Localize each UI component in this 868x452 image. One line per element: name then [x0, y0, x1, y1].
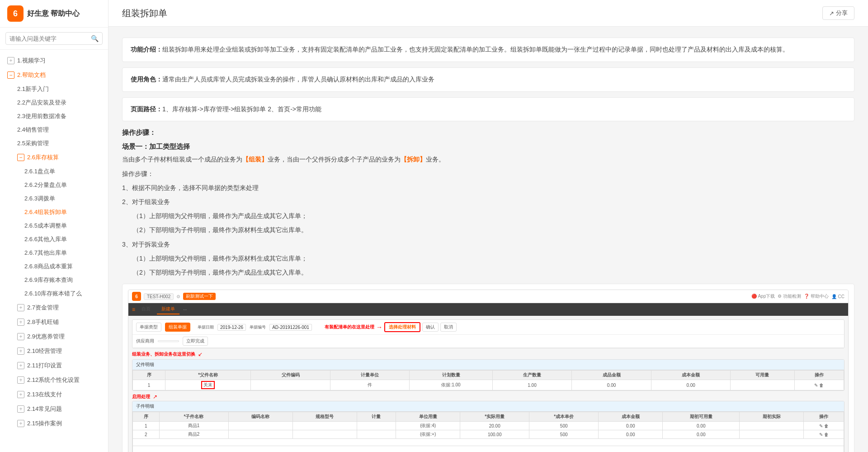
share-button[interactable]: ↗ 分享 [822, 6, 854, 20]
sidebar-item-2-1[interactable]: 2.1新手入门 [17, 82, 108, 96]
table-row [133, 446, 844, 452]
sim-date-value: 2019-12-26 [217, 324, 246, 331]
sim-bot-col-initavail: 期初可用量 [663, 412, 740, 422]
sidebar-item-2-6-10[interactable]: 2.6.10库存账本错了么 [24, 287, 108, 300]
expand-icon-2: − [7, 71, 14, 79]
sim-bot-r0-unitcost: 500 [529, 422, 599, 430]
sim-top-row0-name: 关末 [165, 380, 251, 390]
sim-annotation3-row: 启用处理 ↗ [132, 394, 844, 400]
sidebar-item-2-6-9[interactable]: 2.6.9库存账本查询 [24, 273, 108, 287]
sim-supplier-input [158, 340, 179, 342]
sim-bottom-table-title: 子件明细 [136, 403, 154, 409]
sidebar-item-2-3[interactable]: 2.3使用前数据准备 [17, 109, 108, 123]
sim-processing-btn: 选择处理材料 [384, 322, 420, 332]
sidebar-item-2-6-4[interactable]: 2.6.4组装拆卸单 [24, 205, 108, 219]
sidebar-item-2-6-5[interactable]: 2.6.5成本调整单 [24, 219, 108, 233]
sidebar-item-2-6[interactable]: − 2.6库存核算 [17, 150, 108, 165]
sim-top-row0-seq: 1 [133, 380, 165, 390]
search-input[interactable] [9, 35, 91, 42]
sim-top-table-title: 父件明细 [136, 362, 154, 368]
sidebar-item-2-7[interactable]: + 2.7资金管理 [17, 300, 108, 315]
sim-top-table-thead: 序 *父件名称 父件编码 计量单位 计划数量 生产数量 成品金额 成本金额 可用 [133, 371, 844, 380]
sim-bot-r0-name: 商品1 [159, 422, 228, 430]
sim-top-row0-unit: 件 [330, 380, 410, 390]
sim-bot-col-code: 编码名称 [228, 412, 292, 422]
expand-icon-2-12: + [17, 376, 24, 384]
sidebar-item-2-13[interactable]: + 2.13在线支付 [17, 387, 108, 402]
main-header: 组装拆卸单 ↗ 分享 [108, 0, 868, 27]
expand-icon-2-10: + [17, 347, 24, 355]
sim-refresh: 刷新测试一下 [183, 293, 216, 300]
sim-billno-value: AD-20191226-001 [269, 324, 312, 331]
sidebar-item-2-14[interactable]: + 2.14常见问题 [17, 402, 108, 416]
sim-top-col-1: *父件名称 [165, 371, 251, 380]
sim-top-row0-price: 0.00 [572, 380, 651, 390]
sim-bot-r0-op: ✎ 🗑 [804, 422, 844, 430]
sidebar-item-2-6-3[interactable]: 2.6.3调拨单 [24, 192, 108, 205]
sidebar-item-2-5[interactable]: 2.5采购管理 [17, 137, 108, 150]
sidebar-item-2-12[interactable]: + 2.12系统个性化设置 [17, 373, 108, 387]
sim-top-table-wrapper: 序 *父件名称 父件编码 计量单位 计划数量 生产数量 成品金额 成本金额 可用 [132, 370, 844, 390]
sim-top-col-6: 成品金额 [572, 371, 651, 380]
sim-top-table: 序 *父件名称 父件编码 计量单位 计划数量 生产数量 成品金额 成本金额 可用 [132, 370, 844, 390]
sim-content-area: 单据类型 组装单据 单据日期 2019-12-26 单据编号 AD-201912… [128, 316, 848, 452]
search-box[interactable]: 🔍 [5, 32, 103, 45]
sidebar-item-2-6-7[interactable]: 2.6.7其他出库单 [24, 246, 108, 260]
sim-arrow3: ↗ [153, 394, 157, 400]
sidebar-item-2-10[interactable]: + 2.10经营管理 [17, 344, 108, 358]
sim-apps-icon: 🔴 App下载 [751, 293, 775, 300]
sidebar-item-2-14-label: 2.14常见问题 [27, 405, 62, 413]
sidebar-item-2-6-label: 2.6库存核算 [27, 153, 59, 162]
sidebar-item-2-4[interactable]: 2.4销售管理 [17, 123, 108, 137]
search-icon[interactable]: 🔍 [91, 35, 99, 42]
sim-top-table-section: 父件明细 序 *父件名称 父件编码 计量单位 [132, 359, 844, 391]
sim-bot-col-initactual: 期初实际 [740, 412, 804, 422]
sidebar-sub-2-6: 2.6.1盘点单 2.6.2分量盘点单 2.6.3调拨单 2.6.4组装拆卸单 … [17, 165, 108, 300]
sim-bot-col-seq: 序 [133, 412, 160, 422]
sim-bot-r1-actual: 100.00 [460, 430, 529, 439]
logo-area: 6 好生意 帮助中心 [0, 0, 108, 28]
sidebar-item-2-6-2[interactable]: 2.6.2分量盘点单 [24, 178, 108, 192]
sim-btn-confirm: 确认 [422, 323, 439, 332]
sidebar-item-2-11[interactable]: + 2.11打印设置 [17, 358, 108, 373]
role-text: 通常由生产人员或库管人员完成拆装业务的操作，库管人员确认原材料的出库和产成品的入… [162, 76, 434, 83]
sidebar-item-2-label: 2.帮助文档 [17, 71, 46, 79]
path-label: 页面路径： [131, 105, 162, 113]
sidebar-item-2-9[interactable]: + 2.9优惠券管理 [17, 329, 108, 344]
sim-bot-r1-initactual [740, 430, 804, 439]
sidebar-item-2[interactable]: − 2.帮助文档 [0, 68, 108, 82]
sim-bot-r1-costamt: 0.00 [599, 430, 663, 439]
role-label: 使用角色： [131, 76, 162, 83]
expand-icon-2-8: + [17, 319, 24, 326]
sim-top-row0-op: ✎ 🗑 [794, 380, 844, 390]
sidebar-item-2-2[interactable]: 2.2产品安装及登录 [17, 96, 108, 109]
sim-bot-r1-plan: (依据:+) [396, 430, 460, 439]
sim-tab-home: 自页 [137, 305, 155, 314]
table-row [133, 439, 844, 446]
sim-bottom-table-header: 子件明细 [132, 401, 844, 412]
sim-bot-r0-initavail: 0.00 [663, 422, 740, 430]
sidebar-item-2-6-1[interactable]: 2.6.1盘点单 [24, 165, 108, 178]
sim-bot-r0-code [228, 422, 292, 430]
sim-logo: 6 [132, 292, 141, 301]
sidebar-item-2-11-label: 2.11打印设置 [27, 362, 62, 370]
sim-bot-r1-unit [357, 430, 396, 439]
scenario1-title: 场景一：加工类型选择 [122, 143, 854, 151]
sim-bot-r1-spec [292, 430, 357, 439]
step-3-2: （2）下部明细为子件明细，最终作为产成品生成其它入库单。 [122, 267, 854, 278]
sim-bottom-thead: 序 *子件名称 编码名称 规格型号 计量 单位用量 *实际用量 *成本单价 成本 [133, 412, 844, 422]
sidebar-item-2-9-label: 2.9优惠券管理 [27, 333, 65, 341]
sim-bot-col-actual: *实际用量 [460, 412, 529, 422]
sidebar-item-2-6-8[interactable]: 2.6.8商品成本重算 [24, 260, 108, 273]
sidebar: 6 好生意 帮助中心 🔍 + 1.视频学习 − 2.帮助文档 2.1新手入门 2… [0, 0, 108, 452]
expand-icon-2-9: + [17, 333, 24, 340]
sidebar-item-2-15[interactable]: + 2.15操作案例 [17, 416, 108, 431]
sidebar-item-1[interactable]: + 1.视频学习 [0, 53, 108, 68]
sim-top-col-9: 操作 [794, 371, 844, 380]
intro-label: 功能介绍： [131, 46, 162, 53]
step-2: 2、对于组装业务 [122, 196, 854, 208]
intro-text: 组装拆卸单用来处理企业组装或拆卸等加工业务，支持有固定装配清单的产品加工业务，也… [162, 46, 789, 53]
sim-top-col-4: 计划数量 [410, 371, 492, 380]
sidebar-item-2-8[interactable]: + 2.8手机旺铺 [17, 315, 108, 329]
sidebar-item-2-6-6[interactable]: 2.6.6其他入库单 [24, 233, 108, 246]
